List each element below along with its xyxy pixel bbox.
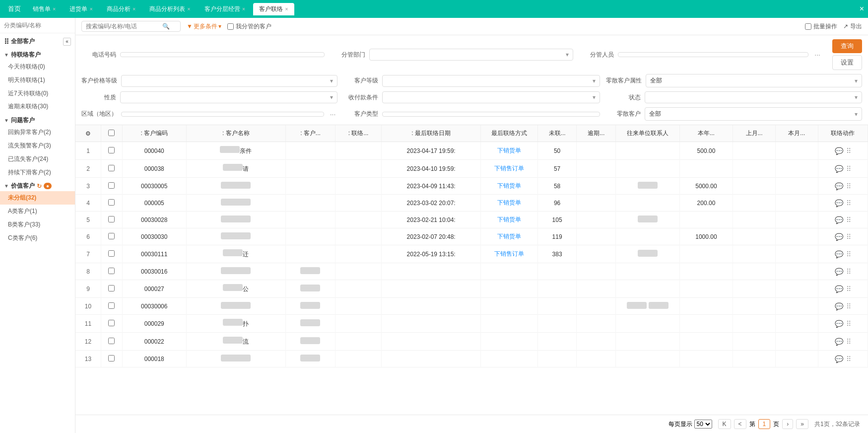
close-tab-sales[interactable]: × bbox=[53, 6, 56, 12]
chat-icon[interactable]: 💬 bbox=[835, 250, 843, 258]
close-tab-purchase[interactable]: × bbox=[89, 6, 92, 12]
price-level-input[interactable]: ▾ bbox=[121, 75, 337, 87]
sidebar-item-c-class[interactable]: C类客户(6) bbox=[0, 231, 75, 245]
retail-attr-input[interactable]: 全部 ▾ bbox=[646, 74, 862, 87]
row-check[interactable] bbox=[101, 315, 123, 333]
phone-input[interactable] bbox=[120, 52, 325, 57]
batch-op-btn[interactable]: 批量操作 bbox=[805, 22, 837, 31]
sidebar-item-b-class[interactable]: B类客户(33) bbox=[0, 218, 75, 231]
col-header-overdue[interactable]: 逾期... bbox=[577, 125, 616, 142]
sidebar-item-tomorrow[interactable]: 明天待联络(1) bbox=[0, 73, 75, 87]
sidebar-item-a-class[interactable]: A类客户(1) bbox=[0, 205, 75, 218]
collapse-sidebar-btn[interactable]: « bbox=[63, 38, 71, 46]
prev-page-btn[interactable]: < bbox=[734, 419, 746, 429]
tab-purchase[interactable]: 进货单 × bbox=[64, 3, 98, 15]
chat-icon[interactable]: 💬 bbox=[835, 147, 843, 155]
first-page-btn[interactable]: K bbox=[718, 419, 731, 429]
chat-icon[interactable]: 💬 bbox=[835, 165, 843, 173]
batch-op-check[interactable] bbox=[805, 23, 811, 30]
col-header-type[interactable]: : 客户... bbox=[285, 125, 335, 142]
col-header-person[interactable]: 往来单位联系人 bbox=[616, 125, 680, 142]
retail-customer-input[interactable]: 全部 ▾ bbox=[645, 107, 862, 121]
page-size-select[interactable]: 50 bbox=[694, 420, 712, 429]
col-header-thisyear[interactable]: 本年... bbox=[679, 125, 733, 142]
close-tab-product-list[interactable]: × bbox=[187, 6, 190, 12]
sidebar-item-today[interactable]: 今天待联络(0) bbox=[0, 60, 75, 73]
my-customers-checkbox[interactable]: 我分管的客户 bbox=[227, 22, 271, 31]
grid-action-icon[interactable]: ⠿ bbox=[846, 285, 851, 293]
select-all-check[interactable] bbox=[108, 130, 115, 136]
row-check[interactable] bbox=[101, 263, 123, 280]
chat-icon[interactable]: 💬 bbox=[835, 199, 843, 207]
sidebar-item-churned[interactable]: 已流失客户(24) bbox=[0, 152, 75, 166]
chat-icon[interactable]: 💬 bbox=[835, 216, 843, 224]
dept-input[interactable]: ▾ bbox=[369, 49, 574, 61]
tab-customer-tier[interactable]: 客户分层经营 × bbox=[199, 3, 251, 15]
close-tab-customer-tier[interactable]: × bbox=[242, 6, 245, 12]
main-search-input[interactable] bbox=[86, 23, 160, 30]
grid-action-icon[interactable]: ⠿ bbox=[846, 268, 851, 276]
customer-level-input[interactable]: ▾ bbox=[382, 75, 600, 87]
col-header-lastmonth[interactable]: 上月... bbox=[733, 125, 776, 142]
row-check[interactable] bbox=[101, 160, 123, 178]
sidebar-item-overdue[interactable]: 逾期未联络(30) bbox=[0, 100, 75, 113]
col-header-contact[interactable]: : 联络... bbox=[335, 125, 382, 142]
chat-icon[interactable]: 💬 bbox=[835, 320, 843, 328]
tab-product-list[interactable]: 商品分析列表 × bbox=[143, 3, 196, 15]
chat-icon[interactable]: 💬 bbox=[835, 338, 843, 346]
export-btn[interactable]: ↗ 导出 bbox=[843, 22, 862, 31]
row-check[interactable] bbox=[101, 212, 123, 228]
col-header-code[interactable]: : 客户编码 bbox=[122, 125, 186, 142]
grid-action-icon[interactable]: ⠿ bbox=[846, 302, 851, 310]
col-header-thismonth[interactable]: 本月... bbox=[775, 125, 818, 142]
area-input[interactable] bbox=[121, 112, 324, 117]
chat-icon[interactable]: 💬 bbox=[835, 285, 843, 293]
my-customers-check[interactable] bbox=[227, 23, 234, 30]
all-customers-header[interactable]: ⠿ 全部客户 « bbox=[0, 33, 75, 48]
tab-product-analysis[interactable]: 商品分析 × bbox=[101, 3, 141, 15]
row-check[interactable] bbox=[101, 280, 123, 298]
row-check[interactable] bbox=[101, 333, 123, 351]
sidebar-item-churn-warning[interactable]: 流失预警客户(3) bbox=[0, 139, 75, 152]
refresh-icon[interactable]: ↻ bbox=[37, 183, 42, 190]
main-search-box[interactable]: 🔍 bbox=[81, 21, 181, 32]
chat-icon[interactable]: 💬 bbox=[835, 268, 843, 276]
col-header-days[interactable]: 未联... bbox=[537, 125, 577, 142]
manager-dots[interactable]: ··· bbox=[812, 51, 822, 59]
row-check[interactable] bbox=[101, 245, 123, 263]
chat-icon[interactable]: 💬 bbox=[835, 355, 843, 363]
row-check[interactable] bbox=[101, 298, 123, 315]
status-input[interactable]: ▾ bbox=[645, 91, 862, 103]
tab-customer-contact[interactable]: 客户联络 × bbox=[253, 3, 294, 15]
problem-expand-icon[interactable]: ▼ bbox=[4, 118, 9, 123]
row-check[interactable] bbox=[101, 351, 123, 367]
close-all-tabs[interactable]: × bbox=[860, 4, 864, 13]
manager-input[interactable] bbox=[618, 52, 808, 57]
grid-action-icon[interactable]: ⠿ bbox=[846, 233, 851, 241]
chat-icon[interactable]: 💬 bbox=[835, 182, 843, 190]
payment-input[interactable]: ▾ bbox=[382, 91, 600, 103]
sidebar-item-ungroup[interactable]: 未分组(32) bbox=[0, 191, 75, 205]
more-conditions-btn[interactable]: ▼ 更多条件 ▾ bbox=[187, 22, 221, 31]
grid-action-icon[interactable]: ⠿ bbox=[846, 199, 851, 207]
sidebar-search-input[interactable] bbox=[4, 22, 75, 29]
row-check[interactable] bbox=[101, 195, 123, 212]
sidebar-item-7days[interactable]: 近7天待联络(0) bbox=[0, 87, 75, 100]
sidebar-search-box[interactable]: 🔍 bbox=[0, 18, 75, 33]
grid-action-icon[interactable]: ⠿ bbox=[846, 320, 851, 328]
grid-action-icon[interactable]: ⠿ bbox=[846, 216, 851, 224]
col-header-date[interactable]: : 最后联络日期 bbox=[382, 125, 481, 142]
row-check[interactable] bbox=[101, 178, 123, 195]
sidebar-item-declining[interactable]: 持续下滑客户(2) bbox=[0, 166, 75, 179]
grid-action-icon[interactable]: ⠿ bbox=[846, 355, 851, 363]
main-search-icon[interactable]: 🔍 bbox=[162, 23, 170, 30]
grid-action-icon[interactable]: ⠿ bbox=[846, 147, 851, 155]
grid-action-icon[interactable]: ⠿ bbox=[846, 182, 851, 190]
grid-action-icon[interactable]: ⠿ bbox=[846, 250, 851, 258]
sidebar-item-abnormal[interactable]: 回购异常客户(2) bbox=[0, 126, 75, 139]
row-check[interactable] bbox=[101, 142, 123, 160]
pending-expand-icon[interactable]: ▼ bbox=[4, 52, 9, 58]
row-check[interactable] bbox=[101, 228, 123, 245]
col-header-name[interactable]: : 客户名称 bbox=[186, 125, 285, 142]
area-dots[interactable]: ··· bbox=[328, 110, 338, 118]
